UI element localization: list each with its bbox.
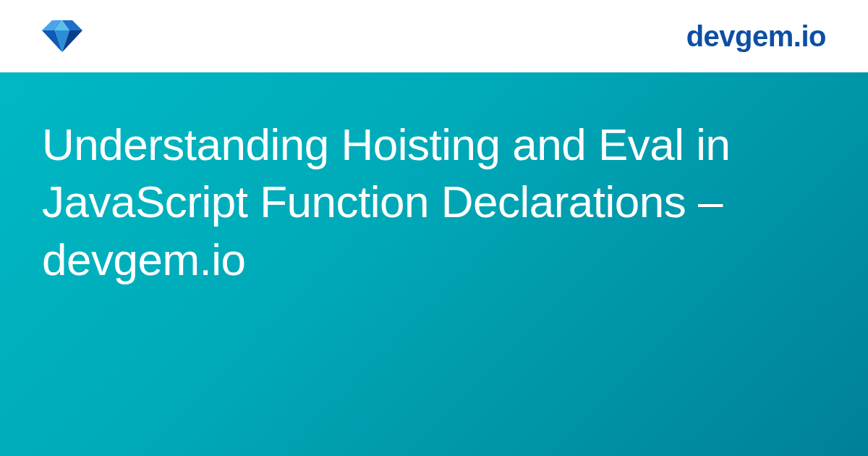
gem-icon-svg (42, 20, 82, 52)
brand-text: devgem.io (686, 20, 826, 53)
header: devgem.io (0, 0, 868, 72)
gem-icon (42, 20, 82, 52)
hero: Understanding Hoisting and Eval in JavaS… (0, 72, 868, 456)
hero-title: Understanding Hoisting and Eval in JavaS… (42, 116, 765, 288)
